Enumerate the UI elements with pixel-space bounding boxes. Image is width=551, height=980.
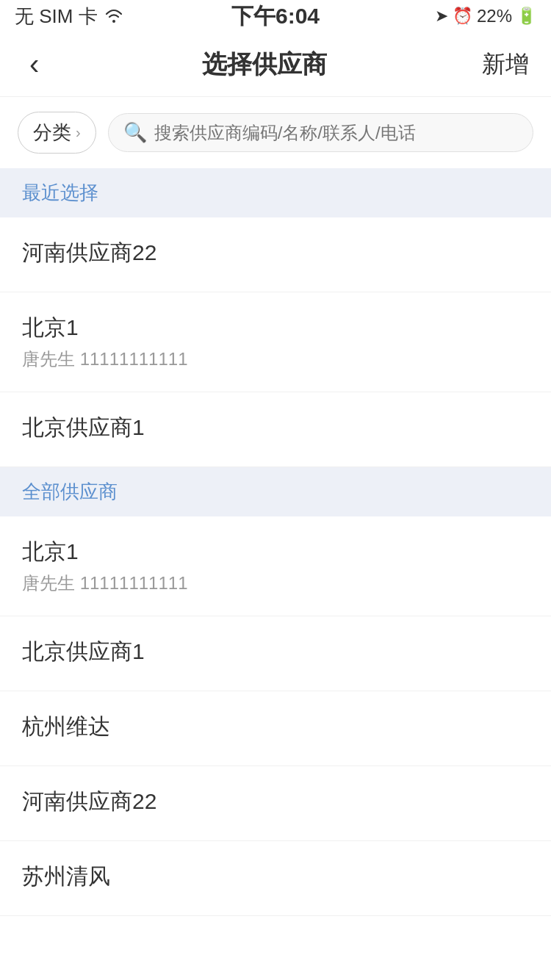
item-name: 北京供应商1 (22, 637, 529, 667)
status-left: 无 SIM 卡 (15, 4, 124, 29)
category-label: 分类 (33, 120, 71, 145)
list-item[interactable]: 河南供应商22 (0, 217, 551, 292)
list-item[interactable]: 杭州维达 (0, 691, 551, 766)
all-section-label: 全部供应商 (22, 480, 118, 502)
wifi-icon (104, 5, 124, 28)
list-item[interactable]: 苏州清风 (0, 841, 551, 916)
recent-section-label: 最近选择 (22, 181, 98, 203)
category-filter[interactable]: 分类 › (18, 112, 96, 154)
back-button[interactable]: ‹ (22, 40, 46, 88)
item-name: 杭州维达 (22, 712, 529, 742)
list-item[interactable]: 北京1唐先生 11111111111 (0, 516, 551, 616)
item-sub: 唐先生 11111111111 (22, 572, 529, 595)
all-section-header: 全部供应商 (0, 467, 551, 516)
recent-section-header: 最近选择 (0, 168, 551, 217)
battery-text: 22% (477, 6, 512, 26)
page-title: 选择供应商 (202, 48, 327, 82)
item-name: 北京1 (22, 313, 529, 343)
search-input[interactable] (154, 123, 518, 143)
carrier-text: 无 SIM 卡 (15, 4, 98, 29)
filter-bar: 分类 › 🔍 (0, 97, 551, 168)
new-button[interactable]: 新增 (482, 48, 529, 81)
list-item[interactable]: 河南供应商22 (0, 766, 551, 841)
location-icon: ➤ (435, 7, 448, 26)
battery-icon: 🔋 (516, 7, 536, 26)
item-name: 河南供应商22 (22, 787, 529, 817)
item-name: 北京供应商1 (22, 413, 529, 443)
item-name: 苏州清风 (22, 862, 529, 892)
status-right: ➤ ⏰ 22% 🔋 (435, 6, 536, 26)
item-name: 北京1 (22, 537, 529, 567)
list-item[interactable]: 北京供应商1 (0, 392, 551, 467)
list-item[interactable]: 北京1唐先生 11111111111 (0, 292, 551, 392)
nav-bar: ‹ 选择供应商 新增 (0, 32, 551, 97)
recent-list: 河南供应商22北京1唐先生 11111111111北京供应商1 (0, 217, 551, 467)
all-list: 北京1唐先生 11111111111北京供应商1杭州维达河南供应商22苏州清风 (0, 516, 551, 916)
search-icon: 🔍 (123, 121, 147, 144)
status-bar: 无 SIM 卡 下午6:04 ➤ ⏰ 22% 🔋 (0, 0, 551, 32)
chevron-icon: › (76, 124, 81, 141)
list-item[interactable]: 北京供应商1 (0, 616, 551, 691)
alarm-icon: ⏰ (453, 7, 472, 26)
status-time: 下午6:04 (231, 1, 320, 32)
search-box[interactable]: 🔍 (108, 113, 533, 152)
item-name: 河南供应商22 (22, 238, 529, 268)
item-sub: 唐先生 11111111111 (22, 347, 529, 371)
